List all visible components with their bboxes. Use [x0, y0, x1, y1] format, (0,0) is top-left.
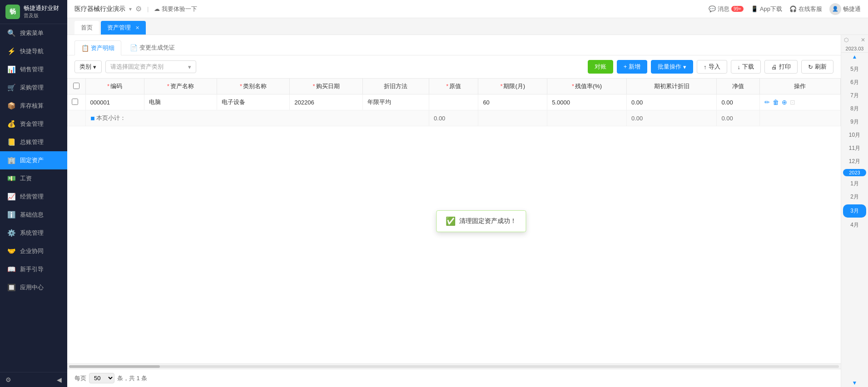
timeline-panel: ⬡ ✕ 2023.03 ▲ 5月6月7月8月9月10月11月12月20231月2… — [841, 35, 868, 387]
sidebar-item-quick-nav[interactable]: ⚡快捷导航 — [0, 42, 67, 60]
quick-nav-icon: ⚡ — [7, 47, 15, 55]
timeline-month-7月[interactable]: 7月 — [841, 89, 868, 102]
customer-service-icon: 🎧 — [789, 5, 797, 12]
toolbar-left: 类别 ▾ 请选择固定资产类别 ▾ — [74, 60, 196, 73]
timeline-month-2月[interactable]: 2月 — [841, 190, 868, 203]
print-button[interactable]: 🖨 打印 — [764, 60, 798, 74]
timeline-year[interactable]: 2023 — [843, 169, 866, 176]
new-button[interactable]: + 新增 — [617, 60, 647, 74]
table-container: *编码 *资产名称 *类别名称 *购买日期 折旧方法 *原值 *期限(月) *残… — [67, 79, 841, 363]
more-icon[interactable]: ⊡ — [790, 99, 795, 106]
sidebar-item-purchase[interactable]: 🛒采购管理 — [0, 79, 67, 97]
timeline-month-9月[interactable]: 9月 — [841, 115, 868, 129]
message-action[interactable]: 💬 消息 99+ — [709, 5, 744, 13]
user-action[interactable]: 👤 畅捷通 — [829, 3, 861, 15]
sidebar-logo: 畅 畅捷通好业财 普及版 — [0, 0, 67, 24]
experience-button[interactable]: ☁ 我要体验一下 — [154, 5, 197, 13]
ledger-icon: 📒 — [7, 138, 15, 146]
edit-icon[interactable]: ✏ — [764, 99, 770, 106]
horizontal-scrollbar[interactable] — [67, 363, 841, 369]
row-residual-rate: 5.0000 — [547, 94, 627, 110]
sidebar-item-capital[interactable]: 💰资金管理 — [0, 115, 67, 133]
row-net-value: 0.00 — [717, 94, 759, 110]
col-net-value: 净值 — [717, 79, 759, 94]
subtotal-empty2 — [478, 110, 547, 126]
company-settings-icon[interactable]: ⚙ — [135, 5, 142, 13]
sidebar-label-fixed-assets: 固定资产 — [20, 156, 44, 164]
sidebar-item-basic-info[interactable]: ℹ️基础信息 — [0, 206, 67, 224]
select-all-checkbox[interactable] — [73, 83, 79, 89]
tab-close-icon[interactable]: ✕ — [135, 25, 139, 30]
timeline-close-icon[interactable]: ✕ — [861, 37, 865, 43]
logo-text: 畅捷通好业财 普及版 — [24, 5, 59, 19]
sidebar-item-salary[interactable]: 💵工资 — [0, 169, 67, 188]
refresh-icon: ↻ — [808, 64, 813, 70]
toolbar-right: 对账 + 新增 批量操作 ▾ ↑ 导入 ↓ 下载 — [588, 60, 833, 74]
sidebar-label-inventory: 库存核算 — [20, 102, 44, 110]
company-name: 医疗器械行业演示 — [74, 5, 125, 13]
delete-icon[interactable]: 🗑 — [773, 99, 779, 106]
timeline-month-1月[interactable]: 1月 — [841, 177, 868, 190]
success-message: 清理固定资产成功！ — [459, 217, 516, 225]
scrollbar-thumb[interactable] — [69, 365, 160, 368]
category-select[interactable]: 类别 ▾ — [74, 60, 102, 73]
subtotal-net-value: 0.00 — [717, 110, 759, 126]
timeline-scroll-up[interactable]: ▲ — [841, 53, 868, 61]
import-button[interactable]: ↑ 导入 — [697, 60, 727, 74]
table-header-row: *编码 *资产名称 *类别名称 *购买日期 折旧方法 *原值 *期限(月) *残… — [67, 79, 841, 94]
sidebar-item-app-center[interactable]: 🔲应用中心 — [0, 278, 67, 297]
col-depreciation: 折旧方法 — [362, 79, 429, 94]
user-avatar: 👤 — [829, 3, 841, 15]
sidebar-label-quick-nav: 快捷导航 — [20, 47, 44, 55]
batch-button[interactable]: 批量操作 ▾ — [651, 60, 693, 74]
sidebar-label-ledger: 总账管理 — [20, 138, 44, 146]
copy-icon[interactable]: ⊕ — [782, 99, 787, 106]
sidebar-item-sales[interactable]: 📊销售管理 — [0, 60, 67, 79]
timeline-month-4月[interactable]: 4月 — [841, 218, 868, 232]
timeline-scroll-down[interactable]: ▼ — [841, 379, 868, 387]
category-input[interactable]: 请选择固定资产类别 ▾ — [105, 60, 196, 73]
settings-bottom-icon[interactable]: ⚙ — [5, 376, 11, 383]
tab-home[interactable]: 首页 — [74, 21, 99, 35]
company-dropdown-icon[interactable]: ▾ — [129, 6, 132, 12]
sidebar-item-system[interactable]: ⚙️系统管理 — [0, 224, 67, 242]
per-page-label: 每页 — [74, 374, 86, 382]
subtotal-empty — [67, 110, 85, 126]
col-name: *资产名称 — [144, 79, 217, 94]
sidebar-item-operations[interactable]: 📈经营管理 — [0, 188, 67, 206]
app-download-action[interactable]: 📱 App下载 — [751, 5, 782, 13]
timeline-expand-icon[interactable]: ⬡ — [844, 37, 848, 43]
reconcile-button[interactable]: 对账 — [588, 60, 613, 74]
sidebar-item-search[interactable]: 🔍搜索菜单 — [0, 24, 67, 42]
col-category: *类别名称 — [217, 79, 289, 94]
refresh-button[interactable]: ↻ 刷新 — [801, 60, 833, 74]
sidebar-item-guide[interactable]: 📖新手引导 — [0, 260, 67, 278]
customer-service-action[interactable]: 🎧 在线客服 — [789, 5, 822, 13]
timeline-month-11月[interactable]: 11月 — [841, 142, 868, 155]
download-button[interactable]: ↓ 下载 — [731, 60, 761, 74]
timeline-month-12月[interactable]: 12月 — [841, 155, 868, 168]
message-badge: 99+ — [731, 6, 744, 12]
timeline-month-5月[interactable]: 5月 — [841, 63, 868, 76]
sidebar-item-inventory[interactable]: 📦库存核算 — [0, 97, 67, 115]
per-page-select[interactable]: 50 100 200 — [89, 373, 114, 383]
sidebar-item-enterprise[interactable]: 🤝企业协同 — [0, 242, 67, 260]
row-name: 电脑 — [144, 94, 217, 110]
row-checkbox[interactable] — [72, 99, 78, 105]
sub-tab-change-voucher[interactable]: 📄 变更生成凭证 — [123, 40, 182, 55]
tab-asset-management[interactable]: 资产管理 ✕ — [101, 21, 146, 35]
app-download-icon: 📱 — [751, 5, 758, 12]
timeline-month-10月[interactable]: 10月 — [841, 129, 868, 142]
timeline-month-6月[interactable]: 6月 — [841, 76, 868, 89]
basic-info-icon: ℹ️ — [7, 211, 15, 219]
sidebar-item-ledger[interactable]: 📒总账管理 — [0, 133, 67, 151]
success-toast: ✅ 清理固定资产成功！ — [436, 210, 526, 232]
sidebar-item-fixed-assets[interactable]: 🏢固定资产 — [0, 151, 67, 169]
sub-tab-asset-detail[interactable]: 📋 资产明细 — [74, 40, 121, 55]
collapse-icon[interactable]: ◀ — [57, 376, 62, 383]
row-original-value — [429, 94, 478, 110]
timeline-month-8月[interactable]: 8月 — [841, 102, 868, 115]
sidebar-label-sales: 销售管理 — [20, 65, 44, 74]
sidebar-label-purchase: 采购管理 — [20, 84, 44, 92]
timeline-month-3月[interactable]: 3月 — [843, 204, 866, 218]
